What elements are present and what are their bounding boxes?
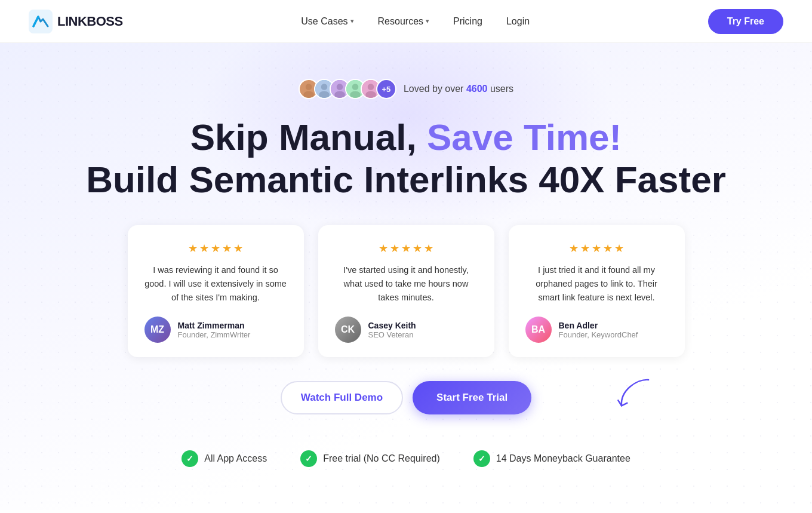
svg-point-11 [352,84,359,90]
feature-item: All App Access [182,450,267,467]
feature-label: 14 Days Moneyback Guarantee [496,453,630,464]
nav-login[interactable]: Login [497,11,539,32]
svg-point-5 [321,84,328,90]
check-icon [473,450,490,467]
author-avatar: BA [525,317,552,343]
svg-point-2 [306,84,312,90]
feature-item: 14 Days Moneyback Guarantee [473,450,630,467]
loved-by-row: +5 Loved by over 4600 users [29,79,783,99]
svg-point-12 [350,91,361,99]
chevron-down-icon: ▾ [350,17,354,25]
navbar: LINKBOSS Use Cases ▾ Resources ▾ Pricing… [0,0,812,43]
author-name: Matt Zimmerman [178,321,251,330]
svg-point-6 [319,91,330,99]
svg-point-9 [334,91,345,99]
testimonial-text: I've started using it and honestly, what… [335,263,478,305]
logo-link[interactable]: LINKBOSS [29,10,123,33]
testimonial-card: ★ ★ ★ ★ ★ I've started using it and hone… [318,225,494,358]
cta-buttons: Watch Full Demo Start Free Trial [29,381,783,414]
testimonials-row: ★ ★ ★ ★ ★ I was reviewing it and found i… [29,225,783,358]
testimonial-card: ★ ★ ★ ★ ★ I was reviewing it and found i… [128,225,304,358]
chevron-down-icon: ▾ [426,17,429,25]
feature-label: All App Access [204,453,267,464]
try-free-button[interactable]: Try Free [708,9,783,34]
check-icon [182,450,198,467]
author-info: Ben Adler Founder, KeywordChef [559,321,638,339]
start-trial-button[interactable]: Start Free Trial [413,381,531,414]
logo-text: LINKBOSS [57,14,123,29]
check-icon [300,450,317,467]
arrow-icon [612,373,659,416]
hero-headline: Skip Manual, Save Time! Build Semantic I… [29,116,783,201]
hero-section: +5 Loved by over 4600 users Skip Manual,… [0,43,812,510]
svg-point-15 [365,91,376,99]
feature-item: Free trial (No CC Required) [300,450,440,467]
author-info: Matt Zimmerman Founder, ZimmWriter [178,321,251,339]
star-rating: ★ ★ ★ ★ ★ [335,242,478,255]
headline: Skip Manual, Save Time! Build Semantic I… [29,116,783,201]
author-avatar: MZ [144,317,171,343]
testimonial-author: BA Ben Adler Founder, KeywordChef [525,317,668,343]
watch-demo-button[interactable]: Watch Full Demo [281,381,403,414]
features-row: All App Access Free trial (No CC Require… [29,438,783,486]
testimonial-author: CK Casey Keith SEO Veteran [335,317,478,343]
author-avatar: CK [335,317,361,343]
nav-resources[interactable]: Resources ▾ [368,11,439,32]
star-rating: ★ ★ ★ ★ ★ [525,242,668,255]
author-name: Ben Adler [559,321,638,330]
testimonial-card: ★ ★ ★ ★ ★ I just tried it and it found a… [509,225,685,358]
nav-pricing[interactable]: Pricing [444,11,492,32]
feature-label: Free trial (No CC Required) [323,453,440,464]
svg-point-14 [368,84,374,90]
author-title: Founder, KeywordChef [559,330,638,339]
author-name: Casey Keith [368,321,416,330]
nav-use-cases[interactable]: Use Cases ▾ [291,11,363,32]
author-title: SEO Veteran [368,330,416,339]
svg-point-8 [337,84,343,90]
arrow-decoration [615,376,657,414]
testimonial-text: I just tried it and it found all my orph… [525,263,668,305]
author-info: Casey Keith SEO Veteran [368,321,416,339]
testimonial-text: I was reviewing it and found it so good.… [144,263,287,305]
avatar-stack: +5 [299,79,396,99]
logo-icon [29,10,53,33]
nav-right: Try Free [708,9,783,34]
loved-text: Loved by over 4600 users [404,84,513,94]
nav-links: Use Cases ▾ Resources ▾ Pricing Login [291,11,539,32]
author-title: Founder, ZimmWriter [178,330,251,339]
star-rating: ★ ★ ★ ★ ★ [144,242,287,255]
svg-point-3 [303,91,314,99]
avatar-plus: +5 [376,79,396,99]
testimonial-author: MZ Matt Zimmerman Founder, ZimmWriter [144,317,287,343]
